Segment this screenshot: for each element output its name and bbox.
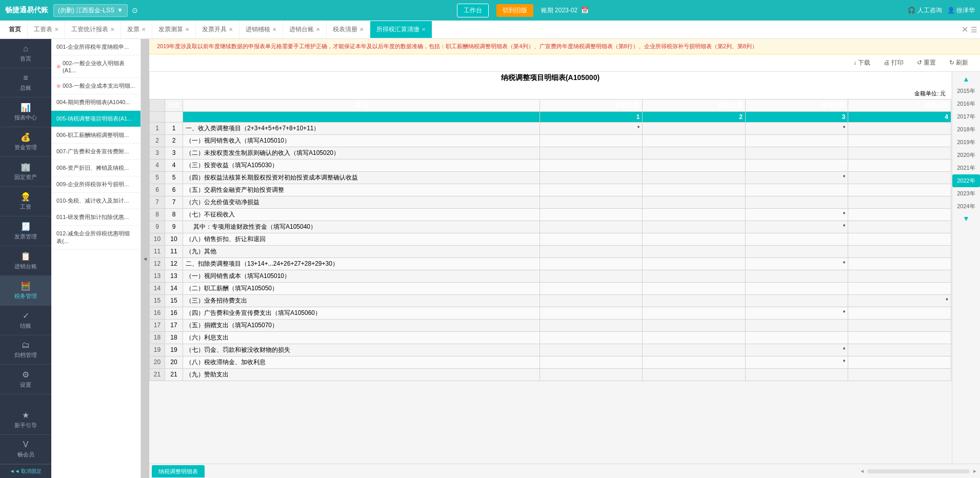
table-row[interactable]: 14 14 （二）职工薪酬（填写A105050） xyxy=(150,282,951,294)
c4-cell[interactable] xyxy=(848,368,951,381)
item-cell[interactable]: （七）罚金、罚款和被没收财物的损失 xyxy=(183,344,540,356)
table-row[interactable]: 5 5 （四）按权益法核算长期股权投资对初始投资成本调整确认收益 * xyxy=(150,171,951,184)
table-row[interactable]: 2 2 （一）视同销售收入（填写A105010） xyxy=(150,134,951,147)
c1-cell[interactable] xyxy=(539,134,643,147)
c4-cell[interactable] xyxy=(848,307,951,319)
c3-cell[interactable] xyxy=(745,368,848,381)
table-row[interactable]: 19 19 （七）罚金、罚款和被没收财物的损失 * xyxy=(150,344,951,356)
c3-cell[interactable] xyxy=(745,233,848,245)
table-row[interactable]: 16 16 （四）广告费和业务宣传费支出（填写A105060） * xyxy=(150,307,951,319)
bottom-tab-tax-adjust[interactable]: 纳税调整明细表 xyxy=(152,465,205,477)
c1-cell[interactable]: * xyxy=(539,122,643,134)
c1-cell[interactable] xyxy=(539,294,643,307)
c4-cell[interactable] xyxy=(848,159,951,171)
item-cell[interactable]: （六）利息支出 xyxy=(183,331,540,344)
tab-close-all-icon[interactable]: ✕ xyxy=(962,25,968,34)
reset-button[interactable]: ↺ 重置 xyxy=(913,57,940,69)
c3-cell[interactable] xyxy=(745,294,848,307)
c1-cell[interactable] xyxy=(539,257,643,270)
item-cell[interactable]: （四）广告费和业务宣传费支出（填写A105060） xyxy=(183,307,540,319)
item-cell[interactable]: （八）税收滞纳金、加收利息 xyxy=(183,356,540,368)
table-row[interactable]: 8 8 （七）不征税收入 * xyxy=(150,208,951,221)
c2-cell[interactable] xyxy=(643,147,746,159)
c2-cell[interactable] xyxy=(643,319,746,331)
c2-cell[interactable] xyxy=(643,331,746,344)
c1-cell[interactable] xyxy=(539,307,643,319)
tab-salary-stat[interactable]: 工资统计报表 ✕ xyxy=(65,21,121,38)
c4-cell[interactable] xyxy=(848,196,951,208)
c4-cell[interactable] xyxy=(848,221,951,233)
close-icon[interactable]: ✕ xyxy=(54,27,58,32)
c1-cell[interactable] xyxy=(539,233,643,245)
c4-cell[interactable] xyxy=(848,245,951,257)
c4-cell[interactable] xyxy=(848,171,951,184)
c3-cell[interactable] xyxy=(745,270,848,282)
c2-cell[interactable] xyxy=(643,368,746,381)
download-button[interactable]: ↓ 下载 xyxy=(849,57,874,69)
c1-cell[interactable] xyxy=(539,159,643,171)
c1-cell[interactable] xyxy=(539,196,643,208)
c4-cell[interactable] xyxy=(848,282,951,294)
tab-invoice-ledger[interactable]: 进销台账 ✕ xyxy=(283,21,327,38)
left-panel-item-002[interactable]: ⊗ 002-一般企业收入明细表(A1... xyxy=(51,55,141,78)
left-panel-item-004[interactable]: 004-期间费用明细表(A1040... xyxy=(51,94,141,111)
c4-cell[interactable] xyxy=(848,134,951,147)
item-cell[interactable]: （三）业务招待费支出 xyxy=(183,294,540,307)
sidebar-item-checkout[interactable]: ✓ 结账 xyxy=(0,306,51,335)
sidebar-item-fixed-asset[interactable]: 🏢 固定资产 xyxy=(0,157,51,187)
item-cell[interactable]: 二、扣除类调整项目（13+14+...24+26+27+28+29+30） xyxy=(183,257,540,270)
c2-cell[interactable] xyxy=(643,196,746,208)
c4-cell[interactable] xyxy=(848,270,951,282)
item-cell[interactable]: 其中：专项用途财政性资金（填写A105040） xyxy=(183,221,540,233)
c2-cell[interactable] xyxy=(643,134,746,147)
tab-invoice-in[interactable]: 进销稽核 ✕ xyxy=(239,21,283,38)
close-icon[interactable]: ✕ xyxy=(272,27,276,32)
c4-cell[interactable] xyxy=(848,122,951,134)
copy-icon[interactable]: ⊙ xyxy=(132,6,138,14)
switch-old-button[interactable]: 切到旧版 xyxy=(496,4,533,17)
left-panel-item-007[interactable]: 007-广告费和业务宣传费附... xyxy=(51,144,141,160)
year-2021[interactable]: 2021年 xyxy=(952,162,980,174)
c1-cell[interactable] xyxy=(539,356,643,368)
scroll-left-icon[interactable]: ◄ xyxy=(859,468,865,474)
c3-cell[interactable] xyxy=(745,319,848,331)
year-2018[interactable]: 2018年 xyxy=(952,123,980,136)
item-cell[interactable]: （二）未按权责发生制原则确认的收入（填写A105020） xyxy=(183,147,540,159)
c4-cell[interactable] xyxy=(848,208,951,221)
tab-menu-icon[interactable]: ☰ xyxy=(971,26,977,34)
c1-cell[interactable] xyxy=(539,368,643,381)
item-cell[interactable]: （八）销售折扣、折让和退回 xyxy=(183,233,540,245)
c1-cell[interactable] xyxy=(539,147,643,159)
unpin-label[interactable]: ◄◄ 取消固定 xyxy=(0,464,51,478)
item-cell[interactable]: （三）投资收益（填写A105030） xyxy=(183,159,540,171)
c4-cell[interactable] xyxy=(848,257,951,270)
left-panel-item-008[interactable]: 008-资产折旧、摊销及纳税... xyxy=(51,160,141,176)
year-2024[interactable]: 2024年 xyxy=(952,200,980,213)
c4-cell[interactable] xyxy=(848,184,951,196)
tab-home[interactable]: 首页 xyxy=(3,21,28,38)
c2-cell[interactable] xyxy=(643,221,746,233)
scroll-right-icon[interactable]: ► xyxy=(972,468,977,474)
c2-cell[interactable] xyxy=(643,159,746,171)
table-row[interactable]: 13 13 （一）视同销售成本（填写A105010） xyxy=(150,270,951,282)
close-icon[interactable]: ✕ xyxy=(359,27,364,32)
table-row[interactable]: 18 18 （六）利息支出 xyxy=(150,331,951,344)
item-cell[interactable]: （九）其他 xyxy=(183,245,540,257)
c3-cell[interactable] xyxy=(745,282,848,294)
c3-cell[interactable] xyxy=(745,134,848,147)
close-icon[interactable]: ✕ xyxy=(229,27,233,32)
year-2019[interactable]: 2019年 xyxy=(952,136,980,149)
c3-cell[interactable]: * xyxy=(745,307,848,319)
table-row[interactable]: 6 6 （五）交易性金融资产初始投资调整 xyxy=(150,184,951,196)
c2-cell[interactable] xyxy=(643,184,746,196)
table-row[interactable]: 4 4 （三）投资收益（填写A105030） xyxy=(150,159,951,171)
item-cell[interactable]: （一）视同销售成本（填写A105010） xyxy=(183,270,540,282)
sidebar-item-member[interactable]: V 畅会员 xyxy=(0,435,51,464)
c4-cell[interactable] xyxy=(848,356,951,368)
c1-cell[interactable] xyxy=(539,245,643,257)
sidebar-item-asset-mgmt[interactable]: 💰 资金管理 xyxy=(0,127,51,157)
item-cell[interactable]: （九）赞助支出 xyxy=(183,368,540,381)
spreadsheet-wrapper[interactable]: 纳税调整项目明细表(A105000) 金额单位: 元 xyxy=(149,72,951,464)
c2-cell[interactable] xyxy=(643,122,746,134)
year-up-icon[interactable]: ▲ xyxy=(961,73,971,85)
